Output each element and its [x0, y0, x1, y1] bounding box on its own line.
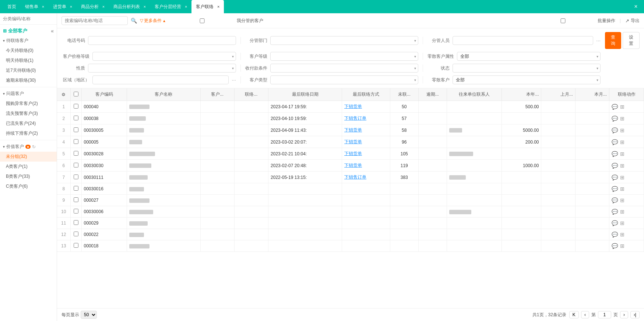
row-checkbox[interactable] — [74, 174, 78, 179]
sidebar-item-ungroup[interactable]: 未分组(32) — [0, 152, 57, 162]
row-checkbox[interactable] — [74, 127, 78, 132]
all-customers-label[interactable]: 全部客户 — [8, 28, 27, 34]
chat-icon[interactable]: 💬 — [612, 209, 618, 215]
cell-last-method[interactable] — [342, 240, 390, 252]
chat-icon[interactable]: 💬 — [612, 174, 618, 180]
zero-customer-select[interactable]: 全部 — [453, 75, 601, 84]
cell-checkbox[interactable] — [70, 124, 81, 136]
chat-icon[interactable]: 💬 — [612, 151, 618, 157]
sidebar-item-classA[interactable]: A类客户(1) — [0, 162, 57, 172]
row-checkbox[interactable] — [74, 163, 78, 167]
grid-action-icon[interactable]: ⊞ — [620, 220, 624, 226]
group-value-customer[interactable]: ▾ 价值客户 ● ↻ — [0, 142, 57, 152]
cell-last-method[interactable] — [342, 206, 390, 218]
next-page-btn[interactable]: › — [620, 311, 628, 318]
tab-product-analysis[interactable]: 商品分析 × — [77, 0, 109, 13]
close-product-analysis-icon[interactable]: × — [102, 4, 105, 9]
nature-select[interactable] — [88, 64, 236, 73]
window-close-button[interactable]: × — [631, 1, 641, 12]
phone-input[interactable] — [88, 36, 236, 45]
page-input[interactable] — [598, 311, 611, 318]
close-customer-tier-icon[interactable]: × — [185, 4, 187, 9]
chat-icon[interactable]: 💬 — [612, 197, 618, 203]
tab-customer-contact[interactable]: 客户联络 × — [191, 0, 224, 13]
chat-icon[interactable]: 💬 — [612, 243, 618, 249]
tab-purchase[interactable]: 进货单 × — [49, 0, 77, 13]
payment-select[interactable] — [270, 64, 418, 73]
query-button[interactable]: 查询 — [605, 32, 621, 49]
per-page-select[interactable]: 50 — [81, 311, 97, 319]
row-checkbox[interactable] — [74, 197, 78, 202]
export-btn[interactable]: ↗ 导出 — [625, 18, 640, 24]
grid-action-icon[interactable]: ⊞ — [620, 174, 624, 180]
batch-check[interactable] — [530, 18, 596, 23]
customer-level-select[interactable] — [270, 52, 418, 61]
sidebar-item-churn-warning[interactable]: 流失预警客户(3) — [0, 109, 57, 119]
my-customers-check[interactable] — [169, 18, 235, 23]
cell-checkbox[interactable] — [70, 172, 81, 183]
sidebar-item-today[interactable]: 今天待联络(0) — [0, 46, 57, 56]
status-select[interactable] — [453, 64, 601, 73]
region-input[interactable] — [92, 75, 229, 84]
customer-type-select[interactable] — [270, 75, 418, 84]
row-checkbox[interactable] — [74, 209, 78, 214]
grid-action-icon[interactable]: ⊞ — [620, 232, 624, 237]
sidebar-collapse-icon[interactable]: « — [51, 28, 54, 34]
cell-last-method[interactable]: 下销货单 — [342, 148, 390, 160]
cell-checkbox[interactable] — [70, 160, 81, 172]
sidebar-item-hoarding[interactable]: 囤购异常客户(2) — [0, 99, 57, 109]
grid-action-icon[interactable]: ⊞ — [620, 151, 624, 157]
tab-product-list[interactable]: 商品分析列表 × — [109, 0, 150, 13]
region-more-icon[interactable]: ··· — [232, 77, 236, 83]
grid-action-icon[interactable]: ⊞ — [620, 163, 624, 169]
search-input[interactable] — [61, 16, 128, 25]
cell-last-method[interactable]: 下销货单 — [342, 101, 390, 113]
close-customer-contact-icon[interactable]: × — [217, 4, 219, 9]
dept-select[interactable] — [270, 36, 418, 45]
cell-checkbox[interactable] — [70, 206, 81, 218]
home-tab[interactable]: 首页 — [3, 0, 21, 13]
cell-last-method[interactable] — [342, 195, 390, 206]
cell-last-method[interactable]: 下销货单 — [342, 124, 390, 136]
group-problem-customer[interactable]: ▾ 问题客户 — [0, 89, 57, 99]
reset-button[interactable]: 设置 — [623, 32, 640, 49]
search-icon[interactable]: 🔍 — [131, 18, 137, 24]
cell-checkbox[interactable] — [70, 183, 81, 195]
close-sales-icon[interactable]: × — [42, 4, 44, 9]
price-level-select[interactable] — [92, 52, 236, 61]
chat-icon[interactable]: 💬 — [612, 186, 618, 192]
sidebar-item-classB[interactable]: B类客户(33) — [0, 172, 57, 181]
grid-action-icon[interactable]: ⊞ — [620, 197, 624, 203]
chat-icon[interactable]: 💬 — [612, 220, 618, 226]
tab-sales[interactable]: 销售单 × — [21, 0, 49, 13]
more-conditions-btn[interactable]: ▽ 更多条件 ▲ — [140, 18, 166, 24]
cell-last-method[interactable] — [342, 218, 390, 229]
cell-last-method[interactable] — [342, 229, 390, 240]
chat-icon[interactable]: 💬 — [612, 139, 618, 145]
refresh-icon[interactable]: ↻ — [32, 144, 36, 149]
sidebar-item-tomorrow[interactable]: 明天待联络(1) — [0, 56, 57, 66]
chat-icon[interactable]: 💬 — [612, 116, 618, 121]
row-checkbox[interactable] — [74, 232, 78, 236]
row-checkbox[interactable] — [74, 220, 78, 225]
chat-icon[interactable]: 💬 — [612, 163, 618, 169]
close-product-list-icon[interactable]: × — [144, 4, 146, 9]
grid-action-icon[interactable]: ⊞ — [620, 116, 624, 121]
grid-action-icon[interactable]: ⊞ — [620, 209, 624, 215]
chat-icon[interactable]: 💬 — [612, 232, 618, 237]
row-checkbox[interactable] — [74, 116, 78, 120]
cell-checkbox[interactable] — [70, 240, 81, 252]
col-header-settings[interactable]: ⚙ — [57, 88, 70, 101]
chat-icon[interactable]: 💬 — [612, 104, 618, 110]
col-header-checkbox[interactable] — [70, 88, 81, 101]
chat-icon[interactable]: 💬 — [612, 127, 618, 133]
grid-action-icon[interactable]: ⊞ — [620, 127, 624, 133]
cell-last-method[interactable]: 下销货单 — [342, 136, 390, 148]
cell-checkbox[interactable] — [70, 229, 81, 240]
grid-action-icon[interactable]: ⊞ — [620, 104, 624, 110]
sidebar-search-input[interactable] — [3, 16, 57, 21]
cell-checkbox[interactable] — [70, 113, 81, 124]
staff-more-icon[interactable]: ··· — [596, 38, 601, 43]
cell-checkbox[interactable] — [70, 136, 81, 148]
select-all-checkbox[interactable] — [74, 92, 78, 96]
